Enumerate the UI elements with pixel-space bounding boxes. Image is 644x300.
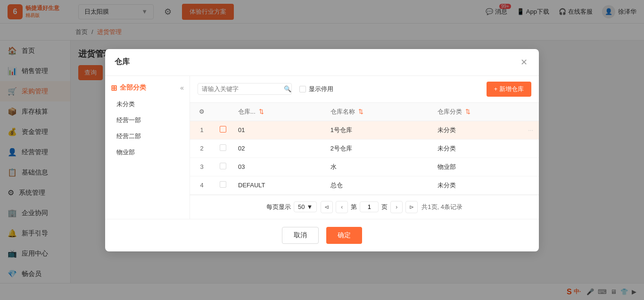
row-num: 2 bbox=[190, 139, 214, 158]
col-name[interactable]: 仓库名称 ⇅ bbox=[325, 103, 432, 121]
first-page-button[interactable]: ⊲ bbox=[321, 201, 333, 213]
row-code: DEFAULT bbox=[232, 176, 325, 194]
dropdown-icon: ▼ bbox=[306, 203, 313, 210]
col-code[interactable]: 仓库... ⇅ bbox=[232, 103, 325, 121]
page-size: 每页显示 50 ▼ bbox=[266, 201, 317, 212]
category-panel: ⊞ 全部分类 « 未分类 经营一部 经营二部 物业部 bbox=[105, 76, 190, 219]
sort-code-icon: ⇅ bbox=[259, 108, 264, 115]
add-warehouse-button[interactable]: + 新增仓库 bbox=[487, 82, 531, 97]
category-item-property[interactable]: 物业部 bbox=[105, 144, 190, 160]
row-checkbox[interactable] bbox=[220, 144, 226, 151]
table-row[interactable]: 2 02 2号仓库 未分类 bbox=[190, 139, 539, 158]
col-settings: ⚙ bbox=[190, 103, 214, 121]
category-item-uncategorized[interactable]: 未分类 bbox=[105, 96, 190, 112]
row-category: 未分类 bbox=[432, 139, 539, 158]
page-number-input[interactable] bbox=[360, 201, 379, 212]
row-code: 02 bbox=[232, 139, 325, 158]
prev-page-button[interactable]: ‹ bbox=[336, 201, 348, 213]
row-name: 1号仓库 bbox=[325, 121, 432, 139]
col-checkbox bbox=[214, 103, 232, 121]
table-container: ⚙ 仓库... ⇅ 仓库名称 ⇅ bbox=[190, 103, 539, 195]
show-disabled[interactable]: 显示停用 bbox=[299, 85, 333, 93]
confirm-button[interactable]: 确定 bbox=[326, 227, 362, 244]
search-box: 🔍 bbox=[198, 83, 292, 95]
total-info: 共1页, 4条记录 bbox=[421, 203, 462, 211]
category-item-ops2[interactable]: 经营二部 bbox=[105, 128, 190, 144]
row-checkbox[interactable] bbox=[220, 163, 226, 169]
row-check[interactable] bbox=[214, 176, 232, 194]
table-row[interactable]: 4 DEFAULT 总仓 未分类 bbox=[190, 176, 539, 194]
row-category: 物业部 bbox=[432, 158, 539, 176]
modal-footer: 取消 确定 bbox=[105, 219, 539, 251]
next-page-button[interactable]: › bbox=[390, 201, 403, 213]
sort-category-icon: ⇅ bbox=[465, 108, 471, 115]
table-panel: 🔍 显示停用 + 新增仓库 ⚙ bbox=[190, 76, 539, 219]
search-input[interactable] bbox=[202, 85, 281, 92]
last-page-button[interactable]: ⊳ bbox=[405, 201, 418, 213]
more-icon[interactable]: ··· bbox=[528, 126, 533, 133]
show-disabled-checkbox[interactable] bbox=[299, 86, 306, 92]
warehouse-modal: 仓库 ✕ ⊞ 全部分类 « 未分类 经营一部 经营二部 物业部 bbox=[105, 49, 539, 251]
row-check[interactable] bbox=[214, 158, 232, 176]
right-toolbar: 🔍 显示停用 + 新增仓库 bbox=[190, 76, 539, 103]
all-category-label: ⊞ 全部分类 bbox=[111, 83, 146, 92]
modal-overlay[interactable]: 仓库 ✕ ⊞ 全部分类 « 未分类 经营一部 经营二部 物业部 bbox=[0, 0, 644, 300]
per-page-select[interactable]: 50 ▼ bbox=[294, 201, 317, 212]
search-icon[interactable]: 🔍 bbox=[284, 85, 291, 92]
warehouse-table: ⚙ 仓库... ⇅ 仓库名称 ⇅ bbox=[190, 103, 539, 195]
row-checkbox[interactable] bbox=[220, 126, 226, 133]
col-category[interactable]: 仓库分类 ⇅ bbox=[432, 103, 539, 121]
table-row[interactable]: 1 01 1号仓库 未分类 ··· bbox=[190, 121, 539, 139]
modal-close-button[interactable]: ✕ bbox=[518, 57, 529, 68]
pagination: 每页显示 50 ▼ ⊲ ‹ 第 页 › ⊳ bbox=[190, 195, 539, 219]
modal-title: 仓库 bbox=[115, 57, 130, 67]
row-name: 总仓 bbox=[325, 176, 432, 194]
modal-header: 仓库 ✕ bbox=[105, 49, 539, 76]
page-navigation: ⊲ ‹ 第 页 › ⊳ bbox=[321, 201, 418, 213]
table-row[interactable]: 3 03 水 物业部 bbox=[190, 158, 539, 176]
all-category-header[interactable]: ⊞ 全部分类 « bbox=[105, 80, 190, 96]
cancel-button[interactable]: 取消 bbox=[282, 227, 319, 244]
row-category: 未分类 ··· bbox=[432, 121, 539, 139]
row-code: 01 bbox=[232, 121, 325, 139]
row-name: 2号仓库 bbox=[325, 139, 432, 158]
row-check[interactable] bbox=[214, 121, 232, 139]
category-item-ops1[interactable]: 经营一部 bbox=[105, 112, 190, 128]
collapse-button[interactable]: « bbox=[180, 84, 184, 92]
sort-name-icon: ⇅ bbox=[358, 108, 363, 115]
grid-icon: ⊞ bbox=[111, 83, 117, 92]
row-check[interactable] bbox=[214, 139, 232, 158]
table-header-row: ⚙ 仓库... ⇅ 仓库名称 ⇅ bbox=[190, 103, 539, 121]
row-code: 03 bbox=[232, 158, 325, 176]
row-num: 4 bbox=[190, 176, 214, 194]
modal-body: ⊞ 全部分类 « 未分类 经营一部 经营二部 物业部 🔍 bbox=[105, 76, 539, 219]
row-category: 未分类 bbox=[432, 176, 539, 194]
row-name: 水 bbox=[325, 158, 432, 176]
row-checkbox[interactable] bbox=[220, 181, 226, 188]
row-num: 3 bbox=[190, 158, 214, 176]
row-num: 1 bbox=[190, 121, 214, 139]
